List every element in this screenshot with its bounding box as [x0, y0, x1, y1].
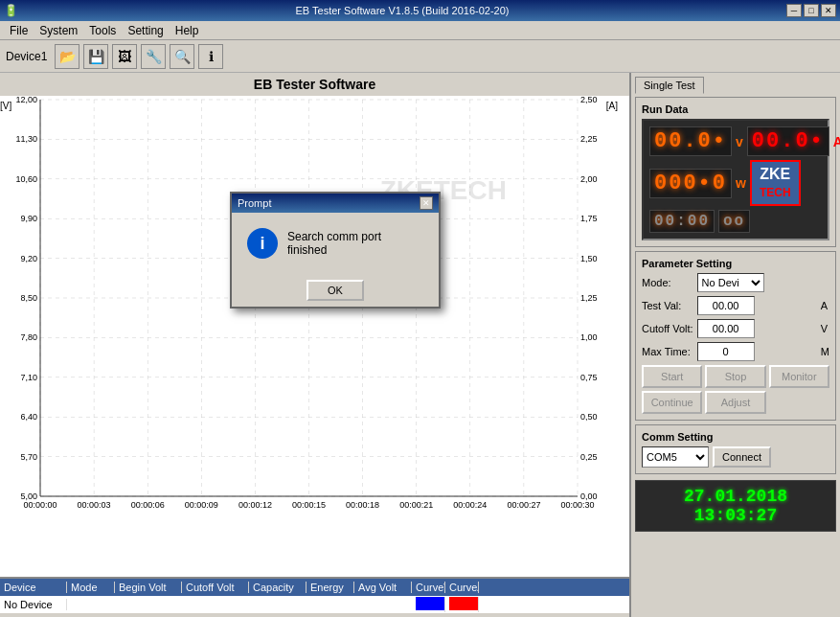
power-display: 000•0	[649, 169, 732, 198]
dialog-footer: OK	[232, 274, 439, 307]
max-time-input[interactable]	[697, 342, 755, 361]
param-grid: Mode: No Devi Test Val: A Cutoff Volt: V…	[642, 273, 829, 361]
prompt-dialog: Prompt ✕ i Search comm port finished OK	[230, 192, 441, 308]
device-label: Device1	[6, 50, 47, 63]
mode-select[interactable]: No Devi	[697, 273, 764, 292]
toolbar: Device1 📂 💾 🖼 🔧 🔍 ℹ	[0, 40, 840, 73]
image-button[interactable]: 🖼	[112, 44, 137, 69]
menu-tools[interactable]: Tools	[83, 22, 122, 39]
cutoff-volt-unit: V	[821, 323, 829, 334]
voltage-display: 00.0•	[649, 126, 732, 156]
table-header-cell: CurveA	[445, 582, 479, 593]
dialog-ok-button[interactable]: OK	[306, 280, 364, 301]
comm-setting-title: Comm Setting	[642, 431, 829, 443]
run-data-section: Run Data 00.0• v 00.0• A 000•0 w ZKETECH…	[635, 97, 836, 247]
adjust-button[interactable]: Adjust	[705, 391, 765, 414]
table-cell: No Device	[0, 599, 67, 610]
maximize-button[interactable]: □	[804, 4, 819, 17]
chart-canvas	[0, 96, 618, 565]
close-button[interactable]: ✕	[821, 4, 836, 17]
table-header-cell: Avg Volt	[354, 582, 412, 593]
dialog-body: i Search comm port finished	[232, 213, 439, 274]
menu-help[interactable]: Help	[170, 22, 205, 39]
menu-bar: File System Tools Setting Help	[0, 21, 840, 40]
table-header: DeviceModeBegin VoltCutoff VoltCapacityE…	[0, 579, 629, 596]
time-row: 00:00 oo	[649, 210, 822, 233]
max-time-unit: M	[821, 346, 829, 357]
open-button[interactable]: 📂	[55, 44, 79, 69]
comm-port-select[interactable]: COM5	[642, 446, 709, 468]
title-bar-text: EB Tester Software V1.8.5 (Build 2016-02…	[18, 5, 786, 16]
test-val-label: Test Val:	[642, 300, 693, 311]
max-time-label: Max Time:	[642, 346, 693, 357]
dialog-close-button[interactable]: ✕	[420, 196, 433, 210]
settings-button[interactable]: 🔧	[141, 44, 166, 69]
dialog-title-text: Prompt	[238, 197, 271, 209]
menu-system[interactable]: System	[34, 22, 83, 39]
table-header-cell: Begin Volt	[115, 582, 182, 593]
chart-title: EB Tester Software	[0, 73, 629, 96]
zoom-button[interactable]: 🔍	[170, 44, 194, 69]
stop-button[interactable]: Stop	[705, 365, 765, 388]
voltage-row: 00.0• v 00.0• A	[649, 126, 822, 156]
menu-setting[interactable]: Setting	[122, 22, 169, 39]
voltage-unit: v	[736, 134, 743, 149]
control-buttons: Start Stop Monitor Continue Adjust	[642, 365, 829, 414]
mode-label: Mode:	[642, 277, 693, 288]
test-val-unit: A	[821, 300, 829, 311]
comm-setting-section: Comm Setting COM5 Connect	[635, 424, 836, 474]
bottom-table: DeviceModeBegin VoltCutoff VoltCapacityE…	[0, 577, 629, 617]
chart-area: EB Tester Software DeviceModeBegin VoltC…	[0, 73, 629, 617]
param-setting-section: Parameter Setting Mode: No Devi Test Val…	[635, 251, 836, 421]
table-row: No Device	[0, 596, 629, 613]
dialog-info-icon: i	[247, 228, 278, 259]
cutoff-volt-label: Cutoff Volt:	[642, 323, 693, 334]
connect-button[interactable]: Connect	[713, 446, 771, 468]
info-button[interactable]: ℹ	[198, 44, 223, 69]
current-display: 00.0•	[747, 126, 829, 156]
time-display: 00:00	[649, 210, 715, 233]
cutoff-volt-input[interactable]	[697, 319, 755, 338]
current-unit: A	[833, 134, 840, 149]
table-header-cell: Mode	[67, 582, 115, 593]
minimize-button[interactable]: ─	[786, 4, 802, 17]
table-cell	[412, 597, 445, 612]
single-test-tab[interactable]: Single Test	[635, 77, 704, 94]
run-data-title: Run Data	[642, 103, 829, 115]
main-content: EB Tester Software DeviceModeBegin VoltC…	[0, 73, 840, 617]
power-unit: w	[736, 175, 746, 191]
table-header-cell: Energy	[306, 582, 354, 593]
run-data-display: 00.0• v 00.0• A 000•0 w ZKETECH 00:00 oo	[642, 119, 829, 240]
table-header-cell: Capacity	[249, 582, 306, 593]
menu-file[interactable]: File	[4, 22, 34, 39]
table-header-cell: Cutoff Volt	[182, 582, 249, 593]
comm-row: COM5 Connect	[642, 446, 829, 468]
title-bar: 🔋 EB Tester Software V1.8.5 (Build 2016-…	[0, 0, 840, 21]
table-header-cell: Device	[0, 582, 67, 593]
power-row: 000•0 w ZKETECH	[649, 160, 822, 206]
continue-button[interactable]: Continue	[642, 391, 702, 414]
param-setting-title: Parameter Setting	[642, 258, 829, 269]
monitor-button[interactable]: Monitor	[769, 365, 829, 388]
dialog-message: Search comm port finished	[287, 230, 423, 257]
table-cell	[445, 597, 479, 612]
right-panel: Single Test Run Data 00.0• v 00.0• A 000…	[629, 73, 840, 617]
datetime-display: 27.01.2018 13:03:27	[635, 480, 836, 532]
save-button[interactable]: 💾	[83, 44, 108, 69]
window-controls: ─ □ ✕	[786, 4, 836, 17]
app-icon: 🔋	[4, 4, 18, 17]
zke-logo: ZKETECH	[750, 160, 801, 206]
capacity-display: oo	[718, 210, 750, 233]
dialog-title-bar: Prompt ✕	[232, 194, 439, 213]
table-header-cell: CurveV	[412, 582, 445, 593]
start-button[interactable]: Start	[642, 365, 702, 388]
test-val-input[interactable]	[697, 296, 755, 315]
